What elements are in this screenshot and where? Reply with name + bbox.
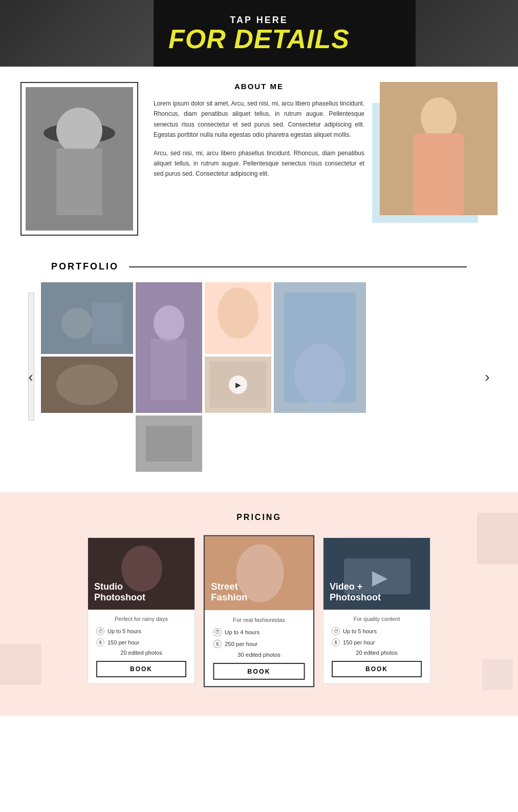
portfolio-title: PORTFOLIO xyxy=(51,261,119,272)
studio-rate: 150 per hour xyxy=(107,639,139,646)
carousel-col-4 xyxy=(274,282,366,472)
portfolio-carousel: ‹ xyxy=(0,282,518,472)
svg-point-23 xyxy=(294,344,346,405)
video-category: Video + Photoshoot xyxy=(330,581,381,603)
carousel-col-3: ▶ xyxy=(205,282,271,472)
svg-rect-3 xyxy=(56,149,102,215)
studio-category: Studio Photoshoot xyxy=(94,581,145,603)
about-photo-left xyxy=(20,82,138,236)
studio-card-body: Perfect for rainy days ⏱ Up to 5 hours $… xyxy=(88,610,195,683)
video-card-label: Video + Photoshoot xyxy=(323,538,430,610)
street-hours-feature: ⏱ Up to 4 hours xyxy=(213,628,305,636)
svg-point-8 xyxy=(61,308,92,339)
studio-tagline: Perfect for rainy days xyxy=(96,616,186,622)
studio-photos: 20 edited photos xyxy=(96,650,186,656)
video-book-button[interactable]: BOOK xyxy=(332,661,422,677)
portfolio-photo-4 xyxy=(136,415,202,472)
video-tagline: For quality content xyxy=(332,616,422,622)
video-overlay[interactable]: ▶ xyxy=(205,357,271,413)
studio-card-label: Studio Photoshoot xyxy=(88,538,195,610)
portfolio-photo-6: ▶ xyxy=(205,357,271,413)
video-rate: 150 per hour xyxy=(343,639,375,646)
video-hours-feature: ⏱ Up to 5 hours xyxy=(332,627,422,635)
portfolio-line xyxy=(129,266,467,267)
street-photos: 30 edited photos xyxy=(213,651,305,657)
about-content: ABOUT ME Lorem ipsum dolor sit amet, Arc… xyxy=(148,82,370,187)
street-hours: Up to 4 hours xyxy=(225,629,260,635)
carousel-col-1 xyxy=(41,282,133,472)
carousel-sidebar-indicator xyxy=(28,293,34,421)
street-category: Street Fashion xyxy=(211,581,247,603)
carousel-next-button[interactable]: › xyxy=(477,367,498,387)
video-photos: 20 edited photos xyxy=(332,650,422,656)
video-card-body: For quality content ⏱ Up to 5 hours $ 15… xyxy=(323,610,430,683)
about-photo-left-img xyxy=(26,87,133,231)
clock-icon-street: ⏱ xyxy=(213,628,221,636)
pricing-card-video: Video + Photoshoot For quality content ⏱… xyxy=(323,537,430,684)
about-title: ABOUT ME xyxy=(154,82,364,91)
portfolio-photo-5 xyxy=(205,282,271,354)
about-section: ABOUT ME Lorem ipsum dolor sit amet, Arc… xyxy=(0,67,518,251)
deco-block-bottom-right xyxy=(482,659,513,690)
portfolio-section: PORTFOLIO ‹ xyxy=(0,251,518,492)
about-photo-right-img xyxy=(380,82,498,215)
clock-icon-video: ⏱ xyxy=(332,627,340,635)
hero-details-label: For Details xyxy=(168,26,350,52)
pricing-card-studio: Studio Photoshoot Perfect for rainy days… xyxy=(88,537,195,684)
carousel-col-2 xyxy=(136,282,202,472)
svg-point-5 xyxy=(421,97,457,138)
portfolio-photo-1 xyxy=(41,282,133,354)
deco-block-bottom-left xyxy=(0,644,41,685)
play-button[interactable]: ▶ xyxy=(229,376,247,394)
street-card-label: Street Fashion xyxy=(205,536,313,610)
video-hours: Up to 5 hours xyxy=(343,628,377,634)
svg-rect-14 xyxy=(151,339,187,400)
portfolio-photo-7 xyxy=(274,282,366,413)
street-card-body: For real fashionistas ⏱ Up to 4 hours $ … xyxy=(205,610,313,686)
svg-rect-16 xyxy=(146,426,192,462)
street-book-button[interactable]: BOOK xyxy=(213,663,305,680)
pricing-title: PRICING xyxy=(15,513,503,522)
portfolio-header: PORTFOLIO xyxy=(0,261,518,272)
hero-bg-right xyxy=(416,0,518,67)
dollar-icon-street: $ xyxy=(213,640,221,648)
svg-rect-9 xyxy=(92,303,123,344)
studio-hours-feature: ⏱ Up to 5 hours xyxy=(96,627,186,635)
portfolio-photo-3 xyxy=(136,282,202,413)
hero-bg-left xyxy=(0,0,154,67)
svg-rect-6 xyxy=(413,133,464,215)
clock-icon-studio: ⏱ xyxy=(96,627,104,635)
about-photo-right xyxy=(380,82,498,215)
portfolio-photo-2 xyxy=(41,357,133,413)
studio-book-button[interactable]: BOOK xyxy=(96,661,186,677)
carousel-track: ▶ xyxy=(31,282,487,472)
dollar-icon-video: $ xyxy=(332,638,340,647)
street-tagline: For real fashionistas xyxy=(213,616,305,622)
street-rate-feature: $ 250 per hour xyxy=(213,640,305,648)
hero-section[interactable]: TAP HERE For Details xyxy=(0,0,518,67)
pricing-cards: Studio Photoshoot Perfect for rainy days… xyxy=(15,537,503,685)
deco-block-top-right xyxy=(477,513,518,564)
hero-text: TAP HERE For Details xyxy=(168,15,350,52)
svg-point-11 xyxy=(56,364,118,405)
about-paragraph-1: Lorem ipsum dolor sit amet, Arcu, sed ni… xyxy=(154,98,364,140)
about-paragraph-2: Arcu, sed nisi, mi, arcu libero phasellu… xyxy=(154,148,364,179)
svg-point-13 xyxy=(154,305,184,341)
svg-point-18 xyxy=(218,287,258,339)
studio-rate-feature: $ 150 per hour xyxy=(96,638,186,647)
pricing-card-street: Street Fashion For real fashionistas ⏱ U… xyxy=(204,535,314,688)
pricing-section: PRICING Studio Photoshoot Perfect for ra… xyxy=(0,492,518,716)
studio-hours: Up to 5 hours xyxy=(107,628,141,634)
carousel-prev-button[interactable]: ‹ xyxy=(20,367,41,387)
video-rate-feature: $ 150 per hour xyxy=(332,638,422,647)
svg-point-2 xyxy=(56,108,102,154)
dollar-icon-studio: $ xyxy=(96,638,104,647)
street-rate: 250 per hour xyxy=(225,641,257,647)
